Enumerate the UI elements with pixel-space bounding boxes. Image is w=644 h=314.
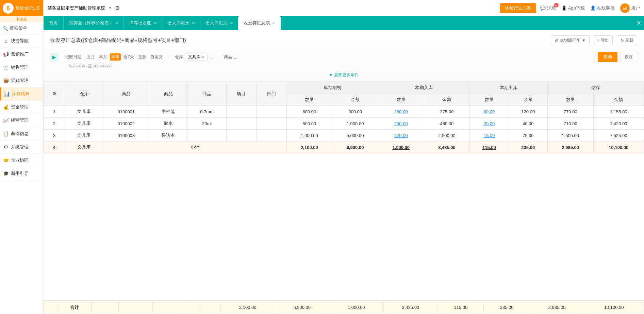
expand-conditions[interactable]: ▼ 展开更多条件 bbox=[329, 72, 359, 78]
date-btn-7days[interactable]: 近7天 bbox=[122, 53, 135, 61]
warehouse-tag-close[interactable]: ✕ bbox=[202, 55, 204, 59]
trial-button[interactable]: 体验行业方案 bbox=[500, 3, 536, 13]
sidebar-item-inventory[interactable]: 📊 库存核算 bbox=[0, 87, 43, 101]
cell-opening-amt: 900.00 bbox=[332, 106, 378, 118]
export-button[interactable]: ↑ 导出 bbox=[594, 35, 613, 45]
col-out-amt: 金额 bbox=[509, 94, 547, 106]
col-in-group: 本期入库 bbox=[378, 82, 469, 94]
date-btn-more[interactable]: 更多 bbox=[137, 53, 148, 61]
date-filter-label: 记账日期 bbox=[65, 54, 81, 60]
product-more[interactable]: ... bbox=[234, 55, 237, 60]
warehouse-more[interactable]: ... bbox=[210, 55, 213, 60]
main-area: 装备及固定资产辅助管理系统 ▼ ⚙ 体验行业方案 💬 消息 6 📱 App下载 … bbox=[44, 0, 644, 314]
nav-tabs: 首页 现存量（库存分布表） ✕ 库存批次账 ✕ 出入库流水 ✕ 出入库汇总 ✕ … bbox=[44, 16, 644, 30]
setting-button[interactable]: 设置 bbox=[620, 52, 637, 62]
footer-empty6 bbox=[200, 302, 221, 313]
topbar-gear-icon[interactable]: ⚙ bbox=[115, 5, 120, 11]
cell-opening-amt: 5,000.00 bbox=[332, 130, 378, 142]
sidebar-item-marketing[interactable]: 📢 营销推广 bbox=[0, 48, 43, 61]
tab-batch-close[interactable]: ✕ bbox=[153, 21, 156, 25]
message-action[interactable]: 💬 消息 6 bbox=[540, 5, 556, 11]
tab-stock-dist-close[interactable]: ✕ bbox=[115, 21, 118, 25]
cell-in-qty[interactable]: 230.00 bbox=[378, 118, 424, 130]
print-button[interactable]: 🖨 拔锁版打印 ▼ bbox=[551, 35, 590, 45]
footer-opening-qty: 2,100.00 bbox=[221, 302, 275, 313]
tab-stock-dist[interactable]: 现存量（库存分布表） ✕ bbox=[64, 16, 124, 30]
sidebar-item-label: 快捷导航 bbox=[11, 38, 29, 44]
cooperation-icon: 🤝 bbox=[3, 157, 9, 163]
tab-flow-close[interactable]: ✕ bbox=[192, 21, 194, 25]
tab-recv-send-close[interactable]: ✕ bbox=[272, 21, 275, 25]
subtotal-closing-amt: 10,100.00 bbox=[593, 142, 644, 153]
subtotal-opening-amt: 6,900.00 bbox=[332, 142, 378, 153]
refresh-button[interactable]: ↻ 刷新 bbox=[617, 35, 637, 45]
subtotal-out-qty[interactable]: 115.00 bbox=[470, 142, 509, 153]
col-out-group: 本期出库 bbox=[470, 82, 548, 94]
app-download-action[interactable]: 📱 App下载 bbox=[561, 5, 585, 11]
col-gear-icon[interactable]: ⚙ bbox=[52, 91, 56, 96]
col-opening-amt: 金额 bbox=[332, 94, 378, 106]
sidebar-item-finance[interactable]: 💰 资金管理 bbox=[0, 101, 43, 114]
subtotal-in-qty[interactable]: 1,000.00 bbox=[378, 142, 424, 153]
online-service-icon: 👤 bbox=[590, 5, 596, 11]
col-closing-amt: 金额 bbox=[593, 94, 644, 106]
tab-flow[interactable]: 出入库流水 ✕ bbox=[162, 16, 200, 30]
date-filter-buttons: 上月 本月 本年 近7天 更多 自定义 bbox=[85, 53, 164, 61]
tab-summary[interactable]: 出入库汇总 ✕ bbox=[200, 16, 238, 30]
print-label: 拔锁版打印 bbox=[560, 37, 580, 43]
sidebar-item-cooperation[interactable]: 🤝 企业协同 bbox=[0, 154, 43, 167]
search-menu[interactable]: 🔍 搜索菜单 bbox=[0, 22, 43, 34]
app-logo-icon: 6 bbox=[3, 3, 14, 14]
sidebar: 6 畅捷通好生意 标准版 🔍 搜索菜单 ⌂ 快捷导航 📢 营销推广 🛒 销售管理… bbox=[0, 0, 44, 314]
sidebar-item-system[interactable]: ⚙ 系统管理 bbox=[0, 141, 43, 154]
sidebar-item-purchase[interactable]: 📦 采购管理 bbox=[0, 74, 43, 87]
operations-icon: 📈 bbox=[3, 117, 9, 123]
footer-closing-amt: 10,100.00 bbox=[584, 302, 644, 313]
cell-project bbox=[226, 118, 256, 130]
date-btn-last-month[interactable]: 上月 bbox=[85, 53, 96, 61]
cell-opening-amt: 1,000.00 bbox=[332, 118, 378, 130]
date-btn-this-month[interactable]: 本月 bbox=[98, 53, 109, 61]
cell-opening-qty: 500.00 bbox=[286, 118, 332, 130]
tab-batch-label: 库存批次账 bbox=[129, 20, 151, 26]
cell-in-qty[interactable]: 520.00 bbox=[378, 130, 424, 142]
cell-closing-qty: 1,505.00 bbox=[547, 130, 593, 142]
tab-summary-label: 出入库汇总 bbox=[205, 20, 228, 26]
filter-toggle-arrow[interactable]: ▶ bbox=[50, 53, 58, 61]
close-all-tabs[interactable]: ✕ bbox=[636, 19, 641, 27]
online-service-action[interactable]: 👤 在线客服 bbox=[590, 5, 615, 11]
sidebar-item-quick-nav[interactable]: ⌂ 快捷导航 bbox=[0, 34, 43, 48]
col-code: 商品 bbox=[103, 82, 149, 106]
cell-out-qty[interactable]: 20.00 bbox=[470, 118, 509, 130]
product-filter-label: 商品 bbox=[224, 54, 232, 60]
col-opening-qty: 数量 bbox=[286, 94, 332, 106]
topbar-dropdown-icon[interactable]: ▼ bbox=[108, 5, 112, 11]
sidebar-item-label: 新手引导 bbox=[11, 170, 29, 177]
message-icon: 💬 bbox=[540, 5, 546, 11]
sidebar-item-guide[interactable]: 🎓 新手引导 bbox=[0, 167, 43, 180]
sidebar-item-basic-info[interactable]: 📋 基础信息 bbox=[0, 127, 43, 141]
search-icon: 🔍 bbox=[3, 26, 8, 31]
cell-out-qty[interactable]: 15.00 bbox=[470, 130, 509, 142]
date-btn-custom[interactable]: 自定义 bbox=[149, 53, 164, 61]
cell-closing-amt: 7,525.00 bbox=[593, 130, 644, 142]
tab-batch[interactable]: 库存批次账 ✕ bbox=[124, 16, 162, 30]
footer-out-amt: 235.00 bbox=[484, 302, 530, 313]
tab-summary-close[interactable]: ✕ bbox=[230, 21, 232, 25]
footer-out-qty: 115.00 bbox=[438, 302, 484, 313]
cell-out-qty[interactable]: 80.00 bbox=[470, 106, 509, 118]
sidebar-item-sales[interactable]: 🛒 销售管理 bbox=[0, 61, 43, 74]
date-btn-this-year[interactable]: 本年 bbox=[110, 53, 121, 61]
tab-home[interactable]: 首页 bbox=[44, 16, 64, 30]
cell-in-qty[interactable]: 250.00 bbox=[378, 106, 424, 118]
col-gear[interactable]: ⚙ bbox=[44, 82, 65, 106]
tab-recv-send[interactable]: 收发存汇总表 ✕ bbox=[238, 16, 281, 30]
sidebar-item-operations[interactable]: 📈 经营管理 bbox=[0, 114, 43, 127]
app-download-icon: 📱 bbox=[561, 5, 567, 11]
col-name: 商品 bbox=[149, 82, 187, 106]
user-action[interactable]: Ea 用户 bbox=[620, 3, 640, 13]
col-in-qty: 数量 bbox=[378, 94, 424, 106]
query-button[interactable]: 查询 bbox=[598, 52, 617, 62]
user-avatar: Ea bbox=[620, 3, 630, 13]
subtotal-warehouse: 文具库 bbox=[65, 142, 103, 153]
